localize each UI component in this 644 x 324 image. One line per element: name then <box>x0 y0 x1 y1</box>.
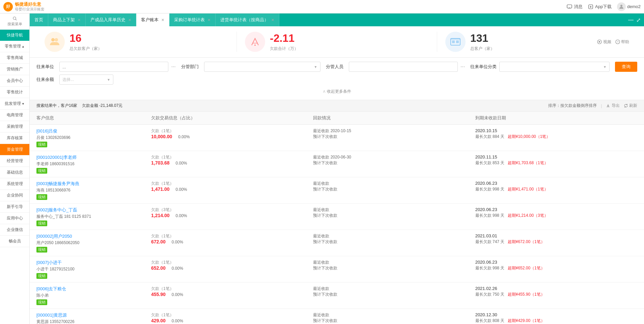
overdue-amount[interactable]: 超期¥672.00（1笔） <box>508 239 545 244</box>
tab-minimize-btn[interactable]: — <box>628 17 634 23</box>
overdue-days: 最长欠款 998 天 <box>475 213 505 218</box>
sidebar-item-wechat[interactable]: 企业微信 <box>0 224 29 236</box>
sidebar-item-guide[interactable]: 新手引导 <box>0 201 29 213</box>
stat-amount-label: 欠款合计（万） <box>270 46 298 52</box>
overdue-amount[interactable]: 超期¥455.90（1笔） <box>508 292 545 297</box>
app-download-btn[interactable]: App下载 <box>588 4 612 10</box>
overdue-days: 最长欠款 750 天 <box>475 292 505 297</box>
table-row: [0016]吕俊 吕俊 13026203696 现销 欠款（1笔） 10,000… <box>30 125 644 151</box>
debt-amount[interactable]: 1,703.68 <box>151 160 170 166</box>
tab-purchase-stats[interactable]: 采购订单统计表 ✕ <box>169 13 216 26</box>
tab-customer-account[interactable]: 客户账本 ✕ <box>136 13 169 26</box>
dept-select[interactable]: ▼ <box>204 62 320 72</box>
customer-id[interactable]: [000001]黄思源 <box>36 312 151 318</box>
tab-finished-goods[interactable]: 产成品入库单历史 ✕ <box>86 13 136 26</box>
sidebar-item-operation[interactable]: 经营管理 <box>0 155 29 167</box>
customer-contact: 陈小弟 <box>36 293 151 298</box>
sidebar-item-marketing[interactable]: 营销推广 <box>0 64 29 75</box>
sidebar-item-retail-stats[interactable]: 零售统计 <box>0 87 29 98</box>
balance-select[interactable]: 选择... ▼ <box>59 75 113 85</box>
export-btn[interactable]: 导出 <box>606 103 619 109</box>
customer-id[interactable]: [0001020001]李老师 <box>36 154 151 160</box>
overdue-amount[interactable]: 超期¥429.00（1笔） <box>508 318 545 323</box>
overdue-amount[interactable]: 超期¥1,214.00（3笔） <box>508 213 548 218</box>
video-btn[interactable]: 视频 <box>597 39 611 45</box>
sidebar-item-member2[interactable]: 畅会员 <box>0 236 29 247</box>
debt-label: 欠款（1笔） <box>151 312 313 318</box>
from-unit-input[interactable] <box>59 62 168 72</box>
tab-expand-btn[interactable]: ⤢ <box>636 17 641 23</box>
sidebar-item-system[interactable]: 系统管理 <box>0 178 29 190</box>
tab-home[interactable]: 首页 <box>30 13 48 26</box>
tab-close-inbound-stats[interactable]: ✕ <box>271 18 274 22</box>
search-button[interactable]: 查询 <box>615 62 637 72</box>
unit-class-select[interactable]: ▼ <box>499 62 610 72</box>
debt-amount[interactable]: 672.00 <box>151 239 166 244</box>
sidebar-item-finance[interactable]: 资金管理 <box>0 144 29 155</box>
debt-amount[interactable]: 455.90 <box>151 292 166 297</box>
tab-close-finished-goods[interactable]: ✕ <box>128 18 131 22</box>
from-unit-dots[interactable]: ··· <box>171 64 175 70</box>
debt-amount[interactable]: 10,000.00 <box>151 134 172 139</box>
table-row: [0006]去下粮仓 陈小弟 现销 欠款（1笔） 455.90 0.00% <box>30 283 644 309</box>
customer-id[interactable]: [0006]去下粮仓 <box>36 286 151 292</box>
sidebar-item-wholesale[interactable]: 批发管理 ▼ <box>0 98 29 110</box>
customer-id[interactable]: [0007]小进干 <box>36 260 151 266</box>
sidebar-item-collab[interactable]: 企业协同 <box>0 190 29 201</box>
sidebar-search[interactable]: 搜索菜单 <box>0 13 29 30</box>
customer-info-cell: [0001020001]李老师 李老师 18600391516 现销 <box>36 154 151 174</box>
dept-label: 分管部门 <box>181 64 201 70</box>
debt-info-cell: 欠款（1笔） 672.00 0.00% <box>151 233 313 244</box>
tab-product-status[interactable]: 商品上下架 ✕ <box>48 13 86 26</box>
overdue-amount[interactable]: 超期¥1,703.68（1笔） <box>508 160 548 165</box>
sidebar-item-apps[interactable]: 应用中心 <box>0 213 29 224</box>
tab-close-purchase-stats[interactable]: ✕ <box>207 18 211 22</box>
customer-id[interactable]: [0003]畅捷服务尹海燕 <box>36 181 151 187</box>
debt-percent: 0.00% <box>172 240 183 244</box>
customer-tag: 现销 <box>36 194 47 200</box>
table-header: 客户信息 欠款交易信息（占比） 回款情况 到期未收款日期 <box>30 112 644 125</box>
top-bar-actions: 消息 App下载 demo2 <box>567 2 641 11</box>
overdue-amount[interactable]: 超期¥1,471.00（1笔） <box>508 187 548 192</box>
tab-inbound-stats[interactable]: 进货单统计表（按商品） ✕ <box>216 13 279 26</box>
stat-debt-total: -2.11 欠款合计（万） <box>237 32 437 52</box>
overdue-amount[interactable]: 超期¥652.00（1笔） <box>508 266 545 270</box>
manager-input[interactable] <box>349 62 458 72</box>
sidebar-item-member[interactable]: 会员中心 <box>0 75 29 87</box>
help-btn[interactable]: ? 帮助 <box>615 39 629 45</box>
collapse-filters-btn[interactable]: ∧ 收起更多条件 <box>36 87 637 96</box>
customer-id[interactable]: [000002]用户2050 <box>36 233 151 239</box>
tab-end-buttons: — ⤢ <box>628 17 644 23</box>
sidebar-item-ecommerce[interactable]: 电商管理 <box>0 110 29 121</box>
sidebar-item-retail-mgmt[interactable]: 零售管理 ▲ <box>0 41 29 52</box>
manager-dots[interactable]: ··· <box>460 64 465 70</box>
debt-label: 欠款（1笔） <box>151 233 313 239</box>
sidebar-quick-nav[interactable]: 快捷导航 <box>0 30 29 41</box>
debt-label: 欠款（3笔） <box>151 207 313 213</box>
debt-amount[interactable]: 1,471.00 <box>151 186 170 192</box>
sidebar-item-purchase[interactable]: 采购管理 <box>0 121 29 132</box>
overdue-days: 最长欠款 747 天 <box>475 239 505 244</box>
svg-marker-12 <box>599 41 600 43</box>
user-avatar[interactable]: demo2 <box>617 2 641 11</box>
overdue-amount[interactable]: 超期¥10,000.00（1笔） <box>508 134 551 139</box>
refresh-btn[interactable]: 刷新 <box>624 103 637 109</box>
debt-amount[interactable]: 429.00 <box>151 318 166 323</box>
sidebar-item-retail-mall[interactable]: 零售商城 <box>0 52 29 64</box>
results-info: 搜索结果中，客户16家 欠款金额 -21,148.07元 <box>36 103 122 109</box>
sidebar-item-basic-info[interactable]: 基础信息 <box>0 167 29 178</box>
debt-percent: 0.00% <box>176 213 187 218</box>
debt-amount[interactable]: 652.00 <box>151 265 166 271</box>
debt-amount[interactable]: 1,214.00 <box>151 213 170 218</box>
svg-point-2 <box>620 5 622 7</box>
tab-close-customer-account[interactable]: ✕ <box>161 18 164 22</box>
filter-balance: 往来余额 选择... ▼ <box>36 75 637 85</box>
svg-point-5 <box>55 38 58 41</box>
tab-close-product-status[interactable]: ✕ <box>78 18 81 22</box>
customer-id[interactable]: [0002]服务中心_丁磊 <box>36 207 151 213</box>
customer-id[interactable]: [0016]吕俊 <box>36 128 151 134</box>
sidebar-item-inventory[interactable]: 库存核算 <box>0 132 29 144</box>
message-btn[interactable]: 消息 <box>567 4 583 10</box>
svg-point-6 <box>254 45 256 46</box>
sort-btn[interactable]: 排序：按欠款金额倒序排序 <box>548 103 597 109</box>
